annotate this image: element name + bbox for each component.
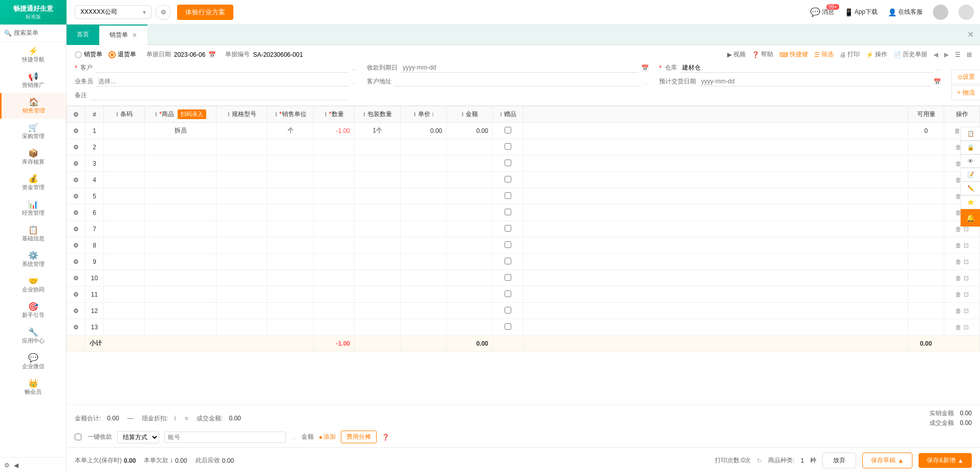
sidebar-item-wechat[interactable]: 💬 企业微信 [0,349,66,374]
trial-button[interactable]: 体验行业方案 [177,5,233,20]
tab-home[interactable]: 首页 [67,25,99,45]
fee-info-icon[interactable]: ❓ [382,434,389,441]
warehouse-input[interactable] [680,63,933,73]
tab-sales-order[interactable]: 销货单 ✕ [99,25,147,45]
company-selector[interactable]: XXXXXX公司 ▾ [75,5,151,19]
customer-input[interactable] [96,63,349,73]
add-payment-button[interactable]: ● 添加 [319,433,336,441]
row1-desc[interactable] [524,123,908,139]
prev-icon[interactable]: ◀ [933,51,938,58]
warehouse-ellipsis[interactable]: ... [936,64,941,72]
address-input[interactable] [395,77,641,86]
address-ellipsis[interactable]: ... [644,78,649,85]
right-icon-5[interactable]: ✏️ [961,182,980,195]
window-close-icon[interactable]: ✕ [967,30,974,39]
next-icon[interactable]: ▶ [944,51,949,58]
col-settings-header[interactable]: ⚙ [67,106,85,123]
col-amount-header[interactable]: ↕ 金额 [447,106,493,123]
expected-date-input[interactable] [699,77,930,86]
row-settings[interactable]: ⚙ [67,139,85,155]
one-click-pay-checkbox[interactable] [75,434,81,440]
date-calendar-icon[interactable]: 📅 [208,51,216,58]
app-download-item[interactable]: 📱 App下载 [844,8,878,16]
right-icon-7[interactable]: 🔔 [961,209,980,227]
toolbar-print[interactable]: 🖨 打印 [840,50,860,59]
tab-close-icon[interactable]: ✕ [132,32,137,39]
row1-qty[interactable]: -1.00 [314,123,355,139]
row1-settings[interactable]: ⚙ [67,123,85,139]
remarks-input[interactable] [91,91,347,100]
row1-unit[interactable]: 个 [268,123,314,139]
toolbar-video[interactable]: ▶ 视频 [727,50,746,59]
row1-amount[interactable]: 0.00 [447,123,493,139]
print-refresh-icon[interactable]: ↻ [757,457,762,464]
view-list-icon[interactable]: ☰ [955,51,961,58]
right-icon-1[interactable]: 📋 [961,127,980,141]
toolbar-operate[interactable]: ⚡ 操作 [866,50,887,59]
right-icon-3[interactable]: 👁 [961,154,980,168]
row1-spec[interactable] [216,123,268,139]
view-grid-icon[interactable]: ⊞ [967,51,972,58]
settings-icon[interactable]: ⚙ [156,5,171,20]
row1-product[interactable]: 拆员 [145,123,216,139]
row1-gift[interactable] [493,123,524,139]
sidebar-item-purchase[interactable]: 🛒 采购管理 [0,119,66,144]
toolbar-shortcut[interactable]: ⌨ 快捷键 [779,50,808,59]
col-gift-header[interactable]: ↕ 赠品 [493,106,524,123]
sidebar-item-marketing[interactable]: 📢 营销推广 [0,67,66,93]
col-pack-header[interactable]: ↕ 包装数量 [355,106,401,123]
collapse-icon[interactable]: ◀ [14,462,18,469]
row1-pack[interactable]: 1个 [355,123,401,139]
calc-method-select[interactable]: 结算方式 [117,431,159,443]
fee-split-button[interactable]: 费用分摊 [341,431,377,443]
scan-button[interactable]: 扫码录入 [178,109,206,119]
row1-gift-checkbox[interactable] [505,127,511,133]
col-spec-header[interactable]: ↕ 规格型号 [216,106,268,123]
toolbar-help[interactable]: ❓ 帮助 [752,50,773,59]
message-item[interactable]: 💬 消息 99+ [810,7,834,17]
row1-delete-icon[interactable]: 🗑 [954,127,961,134]
avatar[interactable] [933,5,948,20]
row1-price[interactable]: 0.00 [401,123,447,139]
due-date-calendar-icon[interactable]: 📅 [641,64,649,72]
staff-ellipsis[interactable]: ... [352,78,357,85]
col-product-header[interactable]: ↕ *商品 扫码录入 [145,106,216,123]
customer-ellipsis[interactable]: ... [352,64,357,72]
expected-date-calendar-icon[interactable]: 📅 [933,78,941,85]
right-icon-4[interactable]: 📝 [961,168,980,182]
toolbar-filter[interactable]: ☰ 筛选 [814,50,834,59]
sidebar-item-system[interactable]: ⚙️ 系统管理 [0,246,66,272]
draft-button[interactable]: 保存草稿 ▲ [862,453,912,468]
settings-action-btn[interactable]: ⊙ 设置 [951,70,980,84]
online-service-item[interactable]: 👤 在线客服 [888,8,923,16]
discount-info-icon[interactable]: ℹ [174,415,177,422]
staff-input[interactable] [96,77,349,86]
col-qty-header[interactable]: ↕ *数量 [314,106,355,123]
right-icon-6[interactable]: ⭐ [961,195,980,209]
row1-barcode[interactable] [104,123,145,139]
account-ellipsis[interactable]: ... [291,434,296,441]
account-input[interactable] [164,432,286,443]
sidebar-item-app-center[interactable]: 🔧 应用中心 [0,323,66,349]
save-button[interactable]: 保存&新增 ▲ [919,453,972,468]
search-menu-item[interactable]: 🔍 搜索菜单 [0,25,66,42]
debt-info-icon[interactable]: ℹ [170,457,173,464]
sidebar-item-operations[interactable]: 📊 经营管理 [0,195,66,221]
settings-bottom-icon[interactable]: ⚙ [4,462,10,469]
col-price-header[interactable]: ↕ 单价 ℹ [401,106,447,123]
doc-type-return[interactable]: 退货单 [108,50,136,59]
sidebar-item-enterprise[interactable]: 🤝 企业协同 [0,272,66,298]
logistics-action-btn[interactable]: + 物流 [951,85,980,100]
right-icon-2[interactable]: 🔒 [961,141,980,154]
sidebar-item-guide[interactable]: 🎯 新手引导 [0,298,66,323]
col-barcode-header[interactable]: ↕ 条码 [104,106,145,123]
toolbar-history[interactable]: 📄 历史单据 [894,50,927,59]
sidebar-item-inventory[interactable]: 📦 库存核算 [0,144,66,170]
discard-button[interactable]: 放弃 [822,453,856,468]
doc-type-sales[interactable]: 销货单 [75,50,102,59]
col-unit-header[interactable]: ↕ *销售单位 [268,106,314,123]
sidebar-item-finance[interactable]: 💰 资金管理 [0,170,66,195]
due-date-input[interactable] [401,63,638,73]
sidebar-item-member[interactable]: 👑 畅会员 [0,374,66,400]
sidebar-item-sales[interactable]: 🏠 销售管理 [0,93,66,119]
